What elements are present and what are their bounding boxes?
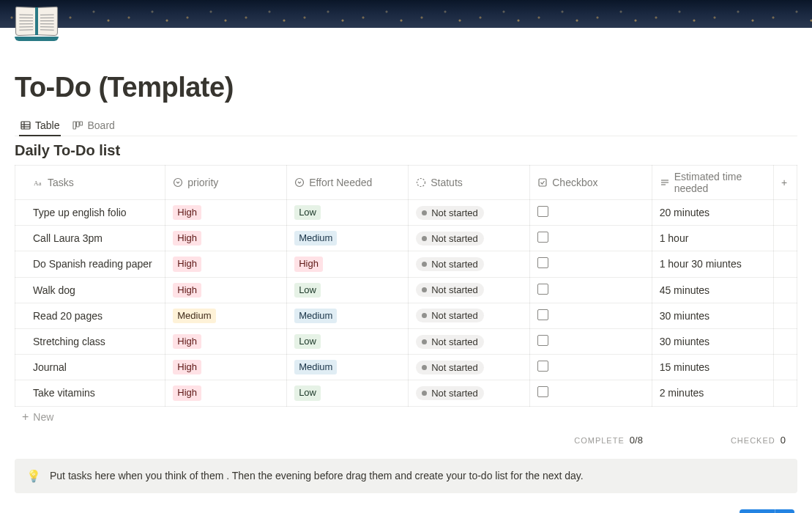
checkbox-icon xyxy=(537,177,548,188)
tab-board-school[interactable]: Board xyxy=(67,508,120,514)
status-cell[interactable]: Not started xyxy=(409,303,530,328)
checkbox-cell[interactable] xyxy=(530,200,652,226)
checkbox-cell[interactable] xyxy=(530,226,652,251)
effort-cell[interactable]: Low xyxy=(287,380,409,406)
checkbox-cell[interactable] xyxy=(530,303,652,328)
task-cell[interactable]: Do Spanish reading paper xyxy=(15,251,165,277)
table-row[interactable]: Do Spanish reading paper High High Not s… xyxy=(15,251,797,277)
new-button[interactable]: New xyxy=(740,509,794,514)
time-cell[interactable]: 30 miuntes xyxy=(652,328,773,354)
table-row[interactable]: Journal High Medium Not started 15 minut… xyxy=(15,355,797,380)
svg-point-9 xyxy=(296,179,304,187)
view-tabs: Table Board xyxy=(15,115,797,136)
status-dot-icon xyxy=(422,210,427,215)
task-cell[interactable]: Walk dog xyxy=(15,277,165,303)
page-title[interactable]: To-Do (Template) xyxy=(15,72,797,103)
col-estimated[interactable]: Estimated time needed xyxy=(652,166,773,200)
time-cell[interactable]: 1 hour 30 miuntes xyxy=(652,251,773,277)
status-cell[interactable]: Not started xyxy=(409,380,530,406)
status-icon xyxy=(416,177,426,188)
priority-cell[interactable]: High xyxy=(165,277,287,303)
effort-cell[interactable]: Low xyxy=(287,328,409,354)
checkbox-cell[interactable] xyxy=(530,380,652,406)
tab-board[interactable]: Board xyxy=(67,115,120,136)
status-cell[interactable]: Not started xyxy=(409,251,530,277)
checkbox-cell[interactable] xyxy=(530,355,652,380)
checkbox-cell[interactable] xyxy=(530,251,652,277)
add-column[interactable]: + xyxy=(774,166,797,200)
tab-table-school[interactable]: Table xyxy=(15,508,65,514)
priority-tag: High xyxy=(173,256,201,271)
priority-cell[interactable]: High xyxy=(165,355,287,380)
empty-cell xyxy=(774,355,797,380)
time-cell[interactable]: 45 minutes xyxy=(652,277,773,303)
status-cell[interactable]: Not started xyxy=(409,277,530,303)
chevron-down-icon[interactable] xyxy=(775,509,794,514)
task-cell[interactable]: Call Laura 3pm xyxy=(15,226,165,251)
checkbox-cell[interactable] xyxy=(530,328,652,354)
callout-block[interactable]: 💡 Put tasks here when you think of them … xyxy=(15,459,797,493)
checkbox-cell[interactable] xyxy=(530,277,652,303)
checkbox-input[interactable] xyxy=(537,206,548,217)
col-tasks[interactable]: AaTasks xyxy=(15,166,165,200)
empty-cell xyxy=(774,200,797,226)
effort-tag: Low xyxy=(294,334,321,349)
time-cell[interactable]: 1 hour xyxy=(652,226,773,251)
add-view-button[interactable]: + xyxy=(122,509,140,514)
status-cell[interactable]: Not started xyxy=(409,355,530,380)
svg-point-8 xyxy=(174,179,182,187)
task-cell[interactable]: Type up english folio xyxy=(15,200,165,226)
table-row[interactable]: Walk dog High Low Not started 45 minutes xyxy=(15,277,797,303)
col-effort[interactable]: Effort Needed xyxy=(287,166,409,200)
status-cell[interactable]: Not started xyxy=(409,200,530,226)
checkbox-input[interactable] xyxy=(537,386,548,397)
priority-cell[interactable]: High xyxy=(165,226,287,251)
table-row[interactable]: Take vitamins High Low Not started 2 min… xyxy=(15,380,797,406)
task-cell[interactable]: Stretching class xyxy=(15,328,165,354)
checkbox-input[interactable] xyxy=(537,284,548,295)
col-status[interactable]: Statuts xyxy=(409,166,530,200)
effort-cell[interactable]: High xyxy=(287,251,409,277)
page-icon[interactable] xyxy=(15,7,59,44)
priority-tag: Medium xyxy=(173,309,215,323)
time-cell[interactable]: 30 miuntes xyxy=(652,303,773,328)
table-row[interactable]: Type up english folio High Low Not start… xyxy=(15,200,797,226)
checkbox-input[interactable] xyxy=(537,257,548,268)
time-cell[interactable]: 15 minutes xyxy=(652,355,773,380)
priority-cell[interactable]: High xyxy=(165,200,287,226)
effort-cell[interactable]: Low xyxy=(287,200,409,226)
time-cell[interactable]: 2 minutes xyxy=(652,380,773,406)
effort-cell[interactable]: Low xyxy=(287,277,409,303)
priority-cell[interactable]: High xyxy=(165,328,287,354)
effort-cell[interactable]: Medium xyxy=(287,355,409,380)
status-cell[interactable]: Not started xyxy=(409,328,530,354)
lightbulb-icon: 💡 xyxy=(26,469,41,483)
col-checkbox[interactable]: Checkbox xyxy=(530,166,652,200)
checkbox-input[interactable] xyxy=(537,335,548,346)
checkbox-input[interactable] xyxy=(537,361,548,372)
time-cell[interactable]: 20 minutes xyxy=(652,200,773,226)
task-cell[interactable]: Read 20 pages xyxy=(15,303,165,328)
checkbox-input[interactable] xyxy=(537,309,548,320)
task-cell[interactable]: Take vitamins xyxy=(15,380,165,406)
effort-cell[interactable]: Medium xyxy=(287,303,409,328)
table-row[interactable]: Read 20 pages Medium Medium Not started … xyxy=(15,303,797,328)
daily-section-title[interactable]: Daily To-Do list xyxy=(15,142,797,159)
empty-cell xyxy=(774,328,797,354)
table-row[interactable]: Call Laura 3pm High Medium Not started 1… xyxy=(15,226,797,251)
effort-tag: Low xyxy=(294,205,321,220)
effort-cell[interactable]: Medium xyxy=(287,226,409,251)
status-cell[interactable]: Not started xyxy=(409,226,530,251)
col-priority[interactable]: priority xyxy=(165,166,287,200)
daily-table: AaTasks priority Effort Needed Statuts C… xyxy=(15,165,797,407)
table-row[interactable]: Stretching class High Low Not started 30… xyxy=(15,328,797,354)
priority-cell[interactable]: Medium xyxy=(165,303,287,328)
priority-cell[interactable]: High xyxy=(165,251,287,277)
priority-cell[interactable]: High xyxy=(165,380,287,406)
checkbox-input[interactable] xyxy=(537,232,548,243)
status-pill: Not started xyxy=(416,309,484,322)
new-row-button[interactable]: + New xyxy=(15,407,797,427)
tab-table[interactable]: Table xyxy=(15,115,65,136)
empty-cell xyxy=(774,251,797,277)
task-cell[interactable]: Journal xyxy=(15,355,165,380)
